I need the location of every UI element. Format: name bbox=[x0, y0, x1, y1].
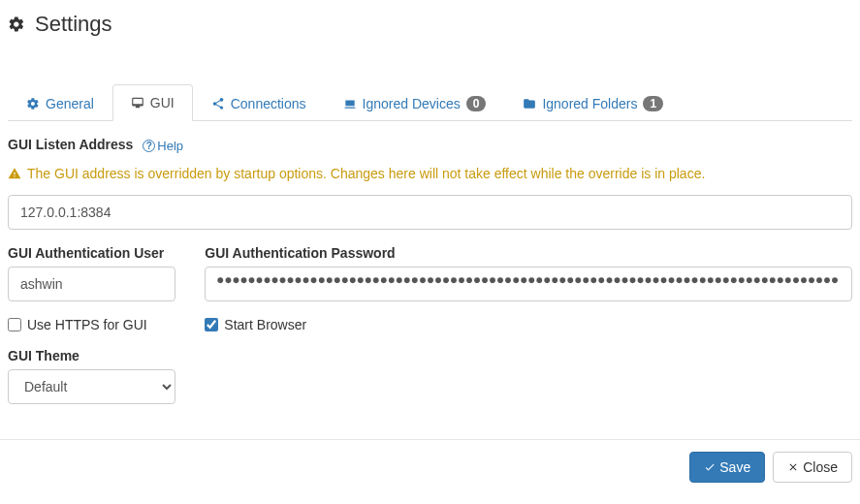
use-https-label: Use HTTPS for GUI bbox=[27, 317, 147, 332]
auth-user-group: GUI Authentication User bbox=[8, 245, 175, 301]
theme-group: GUI Theme Default bbox=[8, 348, 175, 404]
share-icon bbox=[211, 97, 225, 110]
help-link[interactable]: ? Help bbox=[143, 139, 183, 153]
tab-label: Ignored Folders bbox=[542, 96, 637, 111]
tab-ignored-devices[interactable]: Ignored Devices 0 bbox=[325, 85, 505, 121]
page-title: Settings bbox=[35, 12, 112, 37]
listen-address-group: GUI Listen Address ? Help The GUI addres… bbox=[8, 137, 852, 230]
gear-icon bbox=[8, 16, 25, 33]
tab-ignored-folders[interactable]: Ignored Folders 1 bbox=[504, 85, 682, 121]
monitor-icon bbox=[131, 96, 144, 110]
use-https-row: Use HTTPS for GUI bbox=[8, 317, 175, 332]
start-browser-checkbox[interactable] bbox=[205, 318, 218, 331]
question-icon: ? bbox=[143, 140, 155, 152]
dialog-footer: Save Close bbox=[0, 439, 860, 494]
tab-label: Connections bbox=[231, 96, 306, 111]
auth-pass-input[interactable]: ●●●●●●●●●●●●●●●●●●●●●●●●●●●●●●●●●●●●●●●●… bbox=[205, 267, 852, 301]
close-button[interactable]: Close bbox=[773, 452, 852, 483]
start-browser-row: Start Browser bbox=[205, 317, 852, 332]
auth-user-input[interactable] bbox=[8, 267, 175, 301]
save-label: Save bbox=[719, 459, 750, 475]
gear-icon bbox=[26, 97, 40, 110]
start-browser-label: Start Browser bbox=[224, 317, 306, 332]
help-label: Help bbox=[157, 139, 183, 153]
tab-label: Ignored Devices bbox=[363, 96, 461, 111]
auth-pass-label: GUI Authentication Password bbox=[205, 245, 395, 261]
count-badge: 1 bbox=[643, 96, 663, 111]
page-header: Settings bbox=[0, 0, 860, 55]
tab-general[interactable]: General bbox=[8, 85, 112, 121]
listen-address-input[interactable] bbox=[8, 195, 852, 230]
warning-text: The GUI address is overridden by startup… bbox=[27, 166, 705, 181]
save-button[interactable]: Save bbox=[689, 452, 765, 483]
count-badge: 0 bbox=[466, 96, 487, 111]
auth-user-label: GUI Authentication User bbox=[8, 245, 164, 261]
theme-label: GUI Theme bbox=[8, 348, 80, 363]
close-label: Close bbox=[803, 459, 838, 475]
tab-label: General bbox=[46, 96, 94, 111]
tab-label: GUI bbox=[150, 95, 175, 110]
close-icon bbox=[787, 461, 799, 473]
tab-bar: General GUI Connections Ignored Devices … bbox=[8, 84, 852, 121]
folder-icon bbox=[523, 97, 536, 110]
theme-select[interactable]: Default bbox=[8, 369, 175, 404]
listen-address-label: GUI Listen Address bbox=[8, 137, 133, 152]
auth-pass-group: GUI Authentication Password ●●●●●●●●●●●●… bbox=[205, 245, 852, 301]
laptop-icon bbox=[343, 97, 357, 110]
use-https-checkbox[interactable] bbox=[8, 318, 21, 331]
tab-content: GUI Listen Address ? Help The GUI addres… bbox=[0, 121, 860, 439]
check-icon bbox=[704, 461, 716, 473]
warning-icon bbox=[8, 167, 21, 180]
override-warning: The GUI address is overridden by startup… bbox=[8, 166, 852, 181]
tab-connections[interactable]: Connections bbox=[193, 85, 325, 121]
tab-gui[interactable]: GUI bbox=[112, 84, 193, 121]
